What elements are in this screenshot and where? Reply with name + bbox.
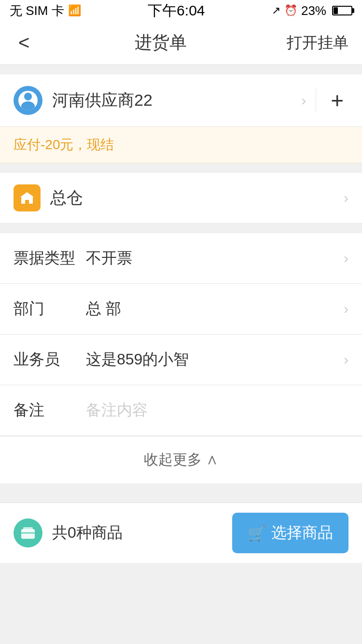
remark-row[interactable]: 备注 备注内容 [0, 385, 362, 436]
warehouse-section: 总仓 › [0, 173, 362, 224]
select-product-button[interactable]: 🛒 选择商品 [232, 513, 348, 553]
section-divider-3 [0, 224, 362, 233]
warehouse-icon [14, 184, 41, 211]
section-divider-2 [0, 163, 362, 173]
section-divider-4 [0, 483, 362, 493]
invoice-row[interactable]: 票据类型 不开票 › [0, 233, 362, 284]
salesman-label: 业务员 [14, 349, 86, 370]
svg-rect-4 [23, 527, 33, 530]
supplier-row[interactable]: 河南供应商22 › + [0, 74, 362, 127]
carrier-label: 无 SIM 卡 [10, 2, 64, 19]
invoice-label: 票据类型 [14, 248, 86, 269]
status-right: ↗ ⏰ 23% [272, 3, 352, 18]
product-icon [14, 518, 42, 547]
add-supplier-button[interactable]: + [326, 87, 348, 113]
notice-text: 应付-20元，现结 [14, 137, 114, 152]
warehouse-name: 总仓 [50, 187, 344, 209]
collapse-button[interactable]: 收起更多 ∧ [0, 436, 362, 483]
status-left: 无 SIM 卡 📶 [10, 2, 81, 19]
invoice-chevron-icon: › [344, 250, 348, 266]
location-icon: ↗ [272, 4, 280, 17]
page-title: 进货单 [135, 31, 187, 55]
invoice-value: 不开票 [86, 248, 344, 269]
department-chevron-icon: › [344, 301, 348, 317]
section-divider-1 [0, 65, 362, 74]
remark-label: 备注 [14, 400, 86, 421]
remark-input[interactable]: 备注内容 [86, 400, 348, 421]
product-count: 共0种商品 [52, 522, 232, 544]
time-label: 下午6:04 [148, 1, 205, 21]
back-button[interactable]: < [14, 27, 34, 58]
battery-label: 23% [301, 3, 326, 18]
department-row[interactable]: 部门 总 部 › [0, 284, 362, 335]
supplier-avatar [14, 86, 42, 115]
svg-rect-3 [21, 529, 35, 539]
open-pending-button[interactable]: 打开挂单 [287, 32, 348, 54]
wifi-icon: 📶 [68, 4, 81, 17]
warehouse-row[interactable]: 总仓 › [0, 173, 362, 224]
page-background [0, 563, 362, 644]
warehouse-chevron-icon: › [344, 190, 348, 206]
salesman-value: 这是859的小智 [86, 349, 344, 370]
cart-icon: 🛒 [248, 525, 265, 542]
department-value: 总 部 [86, 298, 344, 320]
department-label: 部门 [14, 298, 86, 320]
bottom-bar: 共0种商品 🛒 选择商品 [0, 503, 362, 563]
salesman-chevron-icon: › [344, 351, 348, 368]
select-btn-label: 选择商品 [271, 522, 333, 544]
alarm-icon: ⏰ [284, 4, 297, 17]
salesman-row[interactable]: 业务员 这是859的小智 › [0, 335, 362, 385]
supplier-name: 河南供应商22 [52, 89, 301, 112]
supplier-section: 河南供应商22 › + 应付-20元，现结 [0, 74, 362, 163]
notice-bar: 应付-20元，现结 [0, 127, 362, 163]
avatar-inner [18, 91, 38, 110]
form-section: 票据类型 不开票 › 部门 总 部 › 业务员 这是859的小智 › 备注 备注… [0, 233, 362, 483]
battery-icon [332, 6, 352, 15]
supplier-divider [316, 88, 316, 112]
status-bar: 无 SIM 卡 📶 下午6:04 ↗ ⏰ 23% [0, 0, 362, 21]
nav-bar: < 进货单 打开挂单 [0, 21, 362, 65]
svg-marker-1 [20, 192, 34, 197]
svg-rect-2 [25, 200, 29, 204]
supplier-chevron-icon: › [301, 92, 306, 109]
